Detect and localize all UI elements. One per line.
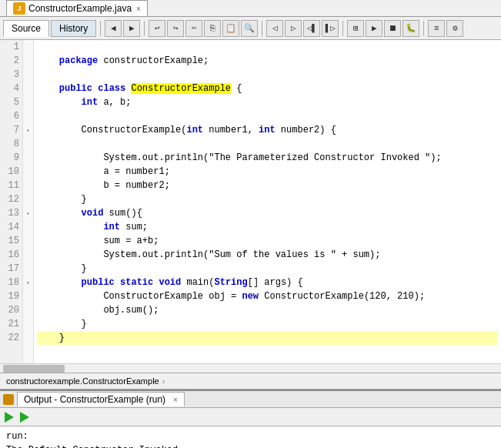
line-number: 12 bbox=[3, 192, 19, 206]
fold-icon bbox=[23, 262, 33, 276]
line-number: 20 bbox=[3, 303, 19, 317]
line-number: 4 bbox=[3, 82, 19, 95]
code-line: a = number1; bbox=[37, 165, 498, 179]
code-line: public class ConstructorExample { bbox=[37, 82, 498, 95]
debug-button[interactable]: 🐛 bbox=[402, 20, 419, 37]
fold-icon bbox=[23, 40, 33, 54]
fold-icon bbox=[23, 317, 33, 331]
file-tab-label: ConstructorExample.java bbox=[28, 3, 132, 14]
package-path: constructorexample.ConstructorExample bbox=[6, 376, 159, 386]
fold-icon bbox=[23, 137, 33, 151]
output-run-button[interactable] bbox=[3, 411, 15, 423]
line-number: 13 bbox=[3, 206, 19, 220]
output-panel: Output - ConstructorExample (run) × run:… bbox=[0, 389, 501, 448]
toolbar-separator-4 bbox=[342, 21, 343, 36]
fold-icon bbox=[23, 289, 33, 303]
cut-button[interactable]: ✂ bbox=[185, 20, 202, 37]
nav-next-button[interactable]: ▷ bbox=[285, 20, 302, 37]
code-line: } bbox=[37, 317, 498, 331]
code-line bbox=[37, 68, 498, 82]
fold-icon bbox=[23, 82, 33, 95]
fold-icon[interactable]: ▾ bbox=[23, 123, 33, 137]
source-tab[interactable]: Source bbox=[3, 20, 49, 37]
copy-button[interactable]: ⎘ bbox=[204, 20, 221, 37]
line-number: 17 bbox=[3, 262, 19, 276]
line-numbers: 12345678910111213141516171819202122 bbox=[0, 40, 23, 363]
history-tab[interactable]: History bbox=[51, 20, 96, 37]
toolbar-separator-5 bbox=[423, 21, 424, 36]
fold-icon bbox=[23, 165, 33, 179]
title-bar: J ConstructorExample.java × bbox=[0, 0, 501, 17]
config-button[interactable]: ⚙ bbox=[446, 20, 463, 37]
nav-next2-button[interactable]: ▌▷ bbox=[322, 20, 339, 37]
fold-icon bbox=[23, 54, 33, 68]
line-number: 11 bbox=[3, 179, 19, 192]
code-line: System.out.println("The Parameterized Co… bbox=[37, 151, 498, 165]
back-button[interactable]: ◀ bbox=[105, 20, 122, 37]
find-button[interactable]: 🔍 bbox=[241, 20, 258, 37]
nav-prev-button[interactable]: ◁ bbox=[266, 20, 283, 37]
run-button[interactable]: ▶ bbox=[366, 20, 382, 37]
undo-button[interactable]: ↩ bbox=[149, 20, 165, 37]
line-number: 19 bbox=[3, 289, 19, 303]
output-icon bbox=[3, 394, 14, 405]
redo-button[interactable]: ↪ bbox=[167, 20, 184, 37]
code-line: void sum(){ bbox=[37, 206, 498, 220]
code-line: int sum; bbox=[37, 220, 498, 234]
line-number: 6 bbox=[3, 109, 19, 123]
editor-statusbar: constructorexample.ConstructorExample › bbox=[0, 373, 501, 389]
code-line bbox=[37, 109, 498, 123]
file-tab[interactable]: J ConstructorExample.java × bbox=[6, 0, 148, 16]
file-icon: J bbox=[13, 2, 25, 15]
fold-icon bbox=[23, 68, 33, 82]
line-number: 14 bbox=[3, 220, 19, 234]
output-line: The Default Constructor Invoked bbox=[6, 443, 495, 448]
file-close-button[interactable]: × bbox=[136, 5, 141, 13]
line-number: 16 bbox=[3, 248, 19, 262]
forward-button[interactable]: ▶ bbox=[123, 20, 140, 37]
line-number: 7 bbox=[3, 123, 19, 137]
horizontal-scrollbar[interactable] bbox=[0, 363, 501, 373]
scroll-thumb[interactable] bbox=[3, 365, 65, 373]
fold-icon bbox=[23, 151, 33, 165]
code-editor[interactable]: package constructorExample; public class… bbox=[34, 40, 501, 363]
code-line bbox=[37, 40, 498, 54]
fold-gutter: ▾▾▾ bbox=[23, 40, 34, 363]
format-button[interactable]: ⊞ bbox=[347, 20, 364, 37]
fold-icon bbox=[23, 95, 33, 109]
paste-button[interactable]: 📋 bbox=[222, 20, 239, 37]
stop-button[interactable]: ⏹ bbox=[384, 20, 401, 37]
line-number: 8 bbox=[3, 137, 19, 151]
output-tab[interactable]: Output - ConstructorExample (run) × bbox=[17, 392, 185, 406]
code-line: sum = a+b; bbox=[37, 234, 498, 248]
fold-icon bbox=[23, 331, 33, 345]
output-tab-label: Output - ConstructorExample (run) bbox=[24, 394, 165, 405]
code-line: b = number2; bbox=[37, 179, 498, 192]
fold-icon[interactable]: ▾ bbox=[23, 276, 33, 289]
code-line: ConstructorExample(int number1, int numb… bbox=[37, 123, 498, 137]
code-line: package constructorExample; bbox=[37, 54, 498, 68]
play-icon-2 bbox=[20, 412, 29, 423]
fold-icon bbox=[23, 303, 33, 317]
code-line: int a, b; bbox=[37, 95, 498, 109]
line-number: 1 bbox=[3, 40, 19, 54]
code-line: obj.sum(); bbox=[37, 303, 498, 317]
toggle-button[interactable]: ≡ bbox=[428, 20, 445, 37]
fold-icon bbox=[23, 234, 33, 248]
output-run2-button[interactable] bbox=[18, 411, 31, 423]
code-line bbox=[37, 137, 498, 151]
fold-icon bbox=[23, 220, 33, 234]
toolbar-separator-2 bbox=[144, 21, 145, 36]
fold-icon[interactable]: ▾ bbox=[23, 206, 33, 220]
fold-icon bbox=[23, 248, 33, 262]
line-number: 2 bbox=[3, 54, 19, 68]
output-close-button[interactable]: × bbox=[173, 396, 178, 404]
nav-prev2-button[interactable]: ◁▌ bbox=[303, 20, 320, 37]
code-line: } bbox=[37, 192, 498, 206]
code-line: } bbox=[37, 331, 498, 345]
fold-icon bbox=[23, 192, 33, 206]
code-line: public static void main(String[] args) { bbox=[37, 276, 498, 289]
toolbar-separator-3 bbox=[262, 21, 262, 36]
line-number: 5 bbox=[3, 95, 19, 109]
toolbar: Source History ◀ ▶ ↩ ↪ ✂ ⎘ 📋 🔍 ◁ ▷ ◁▌ ▌▷… bbox=[0, 17, 501, 40]
